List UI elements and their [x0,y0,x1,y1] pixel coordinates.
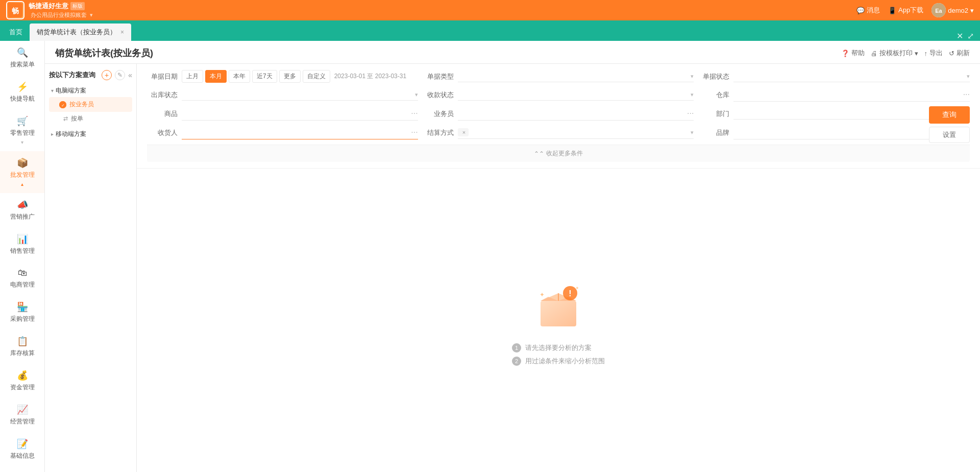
dropdown-arrow-icon[interactable]: ▾ [90,12,93,18]
sidebar-item-finance[interactable]: 💰 资金管理 [0,364,44,398]
sidebar-quick-nav-label: 快捷导航 [10,95,35,103]
sidebar-basic-label: 基础信息 [10,452,35,460]
staff-label: 业务员 [423,109,454,119]
scheme-by-staff-label: 按业务员 [69,100,94,109]
sidebar-item-wholesale[interactable]: 📦 批发管理 ▴ [0,151,44,193]
receiver-input[interactable] [182,129,409,136]
empty-tip-1: 1 请先选择要分析的方案 [512,343,605,352]
app-download-btn[interactable]: 📱 App下载 [888,6,923,15]
help-label: 帮助 [851,49,865,58]
scheme-item-by-staff[interactable]: ✓ 按业务员 [49,97,132,112]
empty-illustration: ! ✦ ✦ [530,275,586,333]
payment-status-label: 收款状态 [423,90,454,100]
svg-text:畅: 畅 [12,7,19,15]
sidebar-item-basic[interactable]: 📝 基础信息 [0,432,44,466]
collapse-filters-btn[interactable]: ⌃⌃ 收起更多条件 [147,145,970,162]
staff-control[interactable]: ··· [458,107,694,121]
tab-close-icon[interactable]: × [120,29,124,36]
user-menu[interactable]: Ea demo2 ▾ [932,3,974,17]
mobile-scheme-group-title[interactable]: ▸ 移动端方案 [49,128,132,140]
sidebar-item-marketing[interactable]: 📣 营销推广 [0,193,44,227]
sidebar-wholesale-label: 批发管理 [10,171,35,179]
refresh-btn[interactable]: ↺ 刷新 [949,49,970,58]
expand-window-btn[interactable]: ⤢ [967,31,974,41]
action-buttons: 查询 设置 [929,106,970,143]
tab-home[interactable]: 首页 [2,23,30,41]
sidebar-finance-label: 资金管理 [10,383,35,392]
doc-type-control[interactable]: ▾ [458,71,694,82]
sidebar-marketing-label: 营销推广 [10,213,35,221]
sidebar-item-operation[interactable]: 📈 经营管理 [0,398,44,432]
date-btn-custom[interactable]: 自定义 [303,70,330,83]
sub-item-icon: ⇄ [63,115,68,122]
tab-sales-stat[interactable]: 销货单统计表（按业务员） × [30,23,131,41]
sidebar-search-label: 搜索菜单 [10,60,35,69]
sidebar-item-purchase[interactable]: 🏪 采购管理 [0,295,44,329]
quick-nav-icon: ⚡ [17,81,28,92]
date-btn-7-days[interactable]: 近7天 [252,70,277,83]
doc-type-label: 单据类型 [423,72,454,81]
date-btn-this-year[interactable]: 本年 [229,70,250,83]
left-panel-icons: + ✎ « [102,70,132,80]
settlement-tag-close[interactable]: × [462,129,465,135]
filter-stock-status: 出库状态 ▾ [147,89,418,101]
svg-text:✦: ✦ [575,286,579,291]
ecommerce-icon: 🛍 [18,268,27,278]
doc-status-control[interactable]: ▾ [733,71,970,82]
close-window-btn[interactable]: ✕ [957,31,963,41]
scheme-item-by-order[interactable]: ⇄ 按单 [49,112,132,126]
empty-tips: 1 请先选择要分析的方案 2 用过滤条件来缩小分析范围 [512,343,605,366]
filter-payment-status: 收款状态 ▾ [423,89,694,101]
receiver-dots-icon: ··· [411,128,418,137]
stock-status-control[interactable]: ▾ [182,89,418,101]
sidebar-item-retail[interactable]: 🛒 零售管理 ▾ [0,109,44,151]
avatar: Ea [932,3,946,17]
receiver-control[interactable]: ··· [182,126,418,139]
goods-label: 商品 [147,109,178,119]
filter-receiver: 收货人 ··· [147,126,418,139]
print-btn[interactable]: 🖨 按模板打印 ▾ [871,49,918,58]
mobile-scheme-label: 移动端方案 [56,130,86,138]
goods-control[interactable]: ··· [182,107,418,121]
purchase-icon: 🏪 [17,301,28,313]
export-btn[interactable]: ↑ 导出 [924,49,943,58]
sidebar-item-inventory[interactable]: 📋 库存核算 [0,329,44,364]
setting-btn[interactable]: 设置 [929,127,970,143]
sidebar-item-ecommerce[interactable]: 🛍 电商管理 [0,262,44,295]
collapse-panel-btn[interactable]: « [128,71,132,79]
department-label: 部门 [699,109,729,119]
date-btn-more[interactable]: 更多 [279,70,301,83]
sidebar-item-quick-nav[interactable]: ⚡ 快捷导航 [0,75,44,109]
filter-doc-status: 单据状态 ▾ [699,71,970,82]
filter-staff: 业务员 ··· [423,107,694,121]
logo-inner: 畅 [7,2,23,18]
warehouse-dots-icon: ··· [963,90,970,99]
svg-text:!: ! [569,289,571,298]
sidebar-purchase-label: 采购管理 [10,315,35,323]
settlement-tag: × [458,128,469,136]
date-btn-last-month[interactable]: 上月 [182,70,203,83]
marketing-icon: 📣 [17,199,28,210]
payment-status-arrow-icon: ▾ [691,91,694,98]
add-scheme-btn[interactable]: + [102,70,112,80]
sidebar-item-system[interactable]: ⚙ 系统管理 [0,466,44,472]
tab-sales-stat-label: 销货单统计表（按业务员） [37,28,116,37]
desktop-scheme-group-title[interactable]: ▾ 电脑端方案 [49,84,132,97]
sidebar-item-search[interactable]: 🔍 搜索菜单 [0,41,44,75]
query-btn[interactable]: 查询 [929,106,970,124]
brand-label: 品牌 [699,128,729,137]
warehouse-control[interactable]: ··· [733,88,970,102]
app-download-label: App下载 [898,6,923,15]
sidebar: 🔍 搜索菜单 ⚡ 快捷导航 🛒 零售管理 ▾ 📦 批发管理 ▴ 📣 营销推广 [0,41,45,472]
svg-text:Ea: Ea [936,8,943,14]
app-subtitle: 标版 [70,2,85,10]
settlement-control[interactable]: × ▾ [458,126,694,139]
edit-scheme-btn[interactable]: ✎ [115,70,125,80]
message-btn[interactable]: 💬 消息 [856,6,880,15]
sidebar-item-sales[interactable]: 📊 销售管理 [0,227,44,262]
left-panel: 按以下方案查询 + ✎ « ▾ 电脑端方案 [45,64,137,472]
print-arrow-icon: ▾ [915,50,918,57]
payment-status-control[interactable]: ▾ [458,89,694,101]
help-btn[interactable]: ❓ 帮助 [841,49,865,58]
date-btn-this-month[interactable]: 本月 [205,70,227,83]
